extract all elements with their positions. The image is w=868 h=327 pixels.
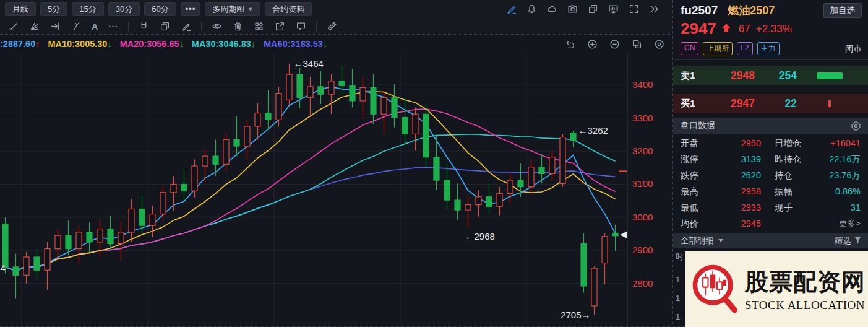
filter-label: 筛选 (835, 235, 851, 246)
period-button-3[interactable]: 15分 (72, 2, 103, 16)
multi-period-button[interactable]: 多周期图▼ (205, 2, 260, 16)
zoom-in-icon[interactable] (587, 38, 598, 50)
more-link[interactable]: 更多> (822, 218, 861, 229)
ask-row[interactable]: 卖1 2948 254 (673, 66, 868, 85)
badge-L2[interactable]: L2 (737, 42, 752, 55)
pankou-label: 持仓 (775, 170, 822, 181)
ma-value-2: MA20:3056.65↓ (120, 39, 184, 49)
magnifier-candles-logo (690, 257, 740, 321)
pankou-value: 0.86% (822, 186, 861, 196)
more-periods-button[interactable]: ••• (181, 2, 201, 16)
text-tool[interactable]: A (92, 22, 98, 32)
pencil-icon[interactable] (505, 3, 517, 15)
divider (673, 59, 868, 60)
y-axis-label: 3000 (632, 212, 653, 222)
price-annotation: 4 (1, 263, 6, 273)
detail-text-fragment: 1 (676, 275, 680, 284)
funnel-icon (854, 236, 862, 246)
pankou-data-grid: 开盘2950日增仓+16041涨停3139昨持仓22.16万跌停2620持仓23… (673, 134, 868, 233)
clone-icon[interactable] (159, 20, 171, 32)
pitchfork-icon[interactable] (71, 20, 82, 32)
pankou-label: 涨停 (681, 154, 718, 165)
candlestick-chart[interactable]: 3400330032003100300029002800←3464←3262←2… (0, 53, 672, 326)
pankou-value: 2620 (718, 170, 761, 180)
y-axis-label: 3100 (632, 178, 653, 189)
gear-icon[interactable] (850, 120, 862, 132)
detail-text-fragment: 1 (676, 312, 680, 321)
external-link-icon[interactable] (274, 20, 286, 32)
badge-CN[interactable]: CN (681, 42, 698, 55)
period-button-group: 月线5分15分30分60分 (5, 2, 176, 16)
pankou-label: 日增仓 (775, 137, 822, 149)
badge-主力[interactable]: 主力 (757, 42, 780, 55)
price-annotation: ←3464 (294, 58, 324, 69)
pankou-row: 最高2958振幅0.86% (673, 183, 868, 199)
restore-icon[interactable] (631, 38, 643, 50)
draw-toolbar: A (0, 19, 672, 35)
quote-header: fu2507 燃油2507 加自选 2947 67 +2.33% (673, 0, 868, 38)
comment-icon[interactable] (295, 20, 307, 32)
divider (128, 22, 129, 31)
monitor-icon[interactable] (608, 3, 619, 15)
ruler-icon[interactable] (326, 20, 338, 32)
pankou-value: 2933 (718, 203, 761, 212)
divider (201, 22, 202, 31)
symbol-name: 燃油2507 (728, 3, 775, 18)
bid-row[interactable]: 买1 2947 22 (673, 94, 868, 113)
arrow-bar-icon[interactable] (49, 20, 61, 32)
pankou-label: 跌停 (681, 170, 718, 181)
more-dots-icon[interactable] (107, 20, 119, 32)
fullscreen-icon[interactable] (628, 3, 640, 15)
symbol-code: fu2507 (681, 4, 718, 17)
period-button-1[interactable]: 月线 (5, 2, 36, 16)
trend-line-icon[interactable] (7, 20, 19, 32)
period-button-5[interactable]: 60分 (144, 2, 176, 16)
camera-icon[interactable] (567, 3, 578, 15)
pankou-value: 23.76万 (822, 170, 861, 181)
divider (316, 22, 317, 31)
undo-icon[interactable] (564, 38, 576, 50)
components-icon[interactable] (253, 20, 265, 32)
chart-area: 3400330032003100300029002800←3464←3262←2… (0, 53, 672, 326)
period-button-4[interactable]: 30分 (108, 2, 140, 16)
add-watchlist-button[interactable]: 加自选 (823, 3, 862, 18)
multi-period-label: 多周期图 (212, 4, 244, 15)
ma-value-1: MA10:3005.30↓ (48, 39, 112, 49)
period-button-2[interactable]: 5分 (40, 2, 67, 16)
ma-value-4: MA60:3183.53↓ (264, 39, 327, 49)
detail-mode-select[interactable]: 全部明细 (681, 235, 714, 246)
bell-icon[interactable] (526, 3, 538, 15)
price-change-pct: +2.33% (756, 23, 792, 35)
eye-icon[interactable] (211, 20, 223, 32)
pankou-value: 31 (822, 203, 861, 212)
badge-上期所[interactable]: 上期所 (703, 42, 733, 55)
gear-icon[interactable] (653, 38, 665, 50)
pankou-label: 现手 (775, 202, 822, 214)
y-axis-label: 2900 (632, 245, 653, 255)
double-chevron-icon[interactable] (648, 3, 660, 15)
last-price: 2947 (681, 19, 716, 38)
ask-volume: 254 (755, 69, 797, 82)
zoom-out-icon[interactable] (609, 38, 621, 50)
detail-filter-bar: 全部明细 筛选 (673, 233, 868, 248)
bid-volume: 22 (755, 97, 797, 110)
pankou-value: 2950 (718, 138, 761, 148)
trading-app: 月线5分15分30分60分 ••• 多周期图▼ 合约资料 A :2887.60↑… (0, 0, 868, 327)
pankou-value: +16041 (822, 138, 861, 148)
pencil-icon[interactable] (180, 20, 192, 32)
filter-button[interactable]: 筛选 (835, 235, 862, 246)
price-annotation: 2705→ (561, 310, 590, 320)
pankou-label: 振幅 (775, 186, 822, 198)
quote-panel: fu2507 燃油2507 加自选 2947 67 +2.33% CN上期所L2… (672, 0, 868, 326)
contract-info-button[interactable]: 合约资料 (265, 2, 312, 16)
cloud-icon[interactable] (546, 3, 558, 15)
pankou-label: 昨持仓 (775, 154, 822, 165)
magnet-icon[interactable] (138, 20, 150, 32)
overlap-icon[interactable] (587, 3, 599, 15)
badge-group: CN上期所L2主力 (681, 42, 780, 55)
y-axis-label: 3200 (632, 146, 653, 156)
ma-value-0: :2887.60↑ (0, 39, 40, 49)
fan-lines-icon[interactable] (28, 20, 40, 32)
chart-control-icons (564, 38, 672, 50)
trash-icon[interactable] (232, 20, 244, 32)
